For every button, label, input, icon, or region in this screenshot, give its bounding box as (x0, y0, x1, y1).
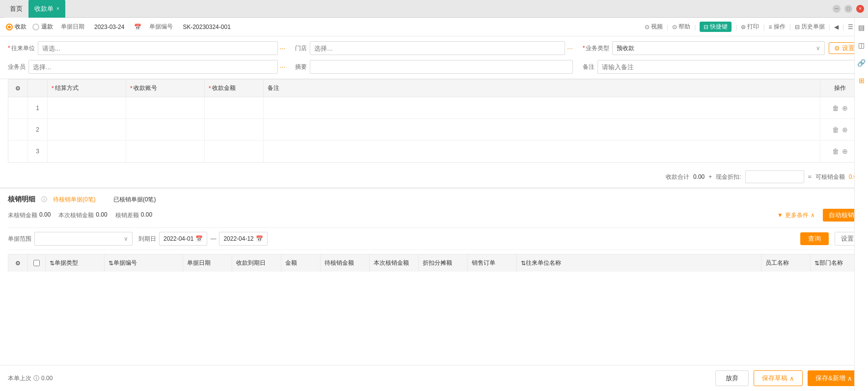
bottom-bar: 本单上次 ⓘ 0.00 放弃 保存草稿 ∧ 保存&新增 ∧ (0, 365, 868, 391)
history-btn[interactable]: ⊟ 历史单据 (795, 23, 825, 31)
td-op-1: 🗑 ⊕ (820, 97, 860, 118)
td-remark-3[interactable] (264, 140, 820, 162)
setup-label: 设置 (842, 44, 855, 53)
diff-stat: 核销差额 0.00 (115, 211, 152, 220)
total-value: 0.00 (693, 173, 705, 180)
tab-close-icon[interactable]: × (56, 0, 59, 18)
td-account-2[interactable] (126, 119, 205, 140)
table-row: 1 🗑 ⊕ (8, 97, 860, 119)
rec-th-staff: 员工名称 (761, 254, 811, 272)
help-btn[interactable]: ⊙ 帮助 (672, 23, 690, 31)
print-btn[interactable]: ⊜ 打印 (741, 23, 759, 31)
kuaijian-btn[interactable]: ⊟ 快捷键 (700, 22, 732, 32)
nav-list-icon[interactable]: ☰ (848, 24, 853, 30)
tab-bar: 首页 收款单 × ─ □ × (0, 0, 868, 18)
right-panel-icon-2[interactable]: ◫ (856, 39, 867, 51)
radio-tuikuan[interactable]: 退款 (32, 23, 53, 31)
minimize-button[interactable]: ─ (833, 5, 841, 13)
summary-input[interactable] (310, 60, 572, 74)
done-tab-btn[interactable]: 已核销单据(0笔) (113, 196, 156, 204)
tab-home[interactable]: 首页 (4, 0, 28, 18)
td-num-3: 3 (28, 140, 48, 162)
delete-icon-3[interactable]: 🗑 (832, 147, 839, 155)
due-date-start[interactable]: 2022-04-01 📅 (159, 232, 207, 246)
td-account-3[interactable] (126, 140, 205, 162)
right-panel-icon-4[interactable]: ⊞ (857, 75, 867, 86)
shop-more-btn[interactable]: ··· (567, 44, 573, 52)
plus-sign: + (708, 173, 712, 180)
remark-label: 备注 (583, 63, 595, 71)
copy-icon-3[interactable]: ⊕ (842, 147, 848, 155)
calendar-icon-start: 📅 (195, 235, 203, 242)
close-button[interactable]: × (856, 5, 864, 13)
nav-prev-icon[interactable]: ◀ (834, 24, 839, 30)
pending-tab-btn[interactable]: 待核销单据(0笔) (53, 196, 96, 204)
td-amount-1[interactable] (205, 97, 264, 118)
maximize-button[interactable]: □ (844, 5, 852, 13)
info-icon[interactable]: ⓘ (33, 374, 39, 383)
staff-input[interactable] (28, 60, 278, 74)
delete-icon-2[interactable]: 🗑 (832, 126, 839, 134)
copy-icon-2[interactable]: ⊕ (842, 126, 848, 134)
due-date-end[interactable]: 2022-04-12 📅 (219, 232, 267, 246)
staff-more-btn[interactable]: ··· (280, 63, 286, 71)
bottom-actions: 放弃 保存草稿 ∧ 保存&新增 ∧ (715, 370, 860, 386)
gear-icon: ⚙ (15, 85, 21, 92)
range-filter-field: 单据范围 ∨ (8, 232, 133, 246)
th-num (28, 80, 48, 97)
tab-active[interactable]: 收款单 × (28, 0, 65, 18)
date-value: 2023-03-24 (94, 24, 124, 30)
from-input[interactable] (38, 41, 278, 55)
save-draft-button[interactable]: 保存草稿 ∧ (754, 370, 803, 386)
right-panel-icon-1[interactable]: ▤ (856, 22, 867, 33)
td-num-1: 1 (28, 97, 48, 118)
td-jiesuan-2[interactable] (48, 119, 126, 140)
th-jiesuan: *结算方式 (48, 80, 126, 97)
biz-type-select[interactable]: 预收款 ∨ (612, 41, 825, 55)
rec-th-check[interactable] (28, 254, 46, 272)
from-label: 往来单位 (11, 44, 35, 53)
td-num-2: 2 (28, 119, 48, 140)
from-more-btn[interactable]: ··· (280, 44, 286, 52)
toolbar-actions: ⊙ 视频 | ⊙ 帮助 | ⊟ 快捷键 | ⊜ 打印 | ≡ 操作 | ⊟ 历史… (645, 22, 862, 32)
staff-field: 业务员 ··· (8, 60, 285, 74)
separator (102, 196, 108, 204)
biz-type-value: 预收款 (617, 44, 634, 53)
rec-th-gear[interactable]: ⚙ (8, 254, 28, 272)
discount-input[interactable] (745, 170, 804, 183)
td-amount-3[interactable] (205, 140, 264, 162)
radio-shoukuan[interactable]: 收款 (6, 23, 27, 31)
abandon-button[interactable]: 放弃 (715, 370, 749, 386)
video-btn[interactable]: ⊙ 视频 (645, 23, 663, 31)
td-remark-2[interactable] (264, 119, 820, 140)
more-conditions-btn[interactable]: ▼ 更多条件 ∧ (777, 211, 815, 220)
remark-input[interactable] (597, 60, 860, 74)
query-button[interactable]: 查询 (800, 232, 829, 245)
right-panel-icon-3[interactable]: 🔗 (855, 57, 868, 69)
td-spacer-2 (8, 119, 28, 140)
current-label: 本次核销金额 (58, 211, 94, 220)
copy-icon-1[interactable]: ⊕ (842, 104, 848, 112)
td-amount-2[interactable] (205, 119, 264, 140)
rec-th-type: ⇅单据类型 (46, 254, 105, 272)
discount-label: 现金折扣: (716, 173, 741, 181)
due-date-field: 到期日 2022-04-01 📅 — 2022-04-12 📅 (138, 232, 268, 246)
operate-btn[interactable]: ≡ 操作 (769, 23, 786, 31)
th-gear[interactable]: ⚙ (8, 80, 28, 97)
td-jiesuan-1[interactable] (48, 97, 126, 118)
td-account-1[interactable] (126, 97, 205, 118)
td-remark-1[interactable] (264, 97, 820, 118)
gear-icon: ⚙ (834, 45, 840, 52)
reconcile-info-icon[interactable]: ⓘ (41, 196, 47, 204)
range-select[interactable]: ∨ (34, 232, 133, 246)
tab-active-label: 收款单 (34, 0, 54, 18)
shop-input[interactable] (310, 41, 565, 55)
td-jiesuan-3[interactable] (48, 140, 126, 162)
calendar-icon[interactable]: 📅 (134, 24, 141, 30)
delete-icon-1[interactable]: 🗑 (832, 104, 839, 112)
date-start-value: 2022-04-01 (163, 235, 193, 242)
summary-row: 收款合计 0.00 + 现金折扣: = 可核销金额 0.00 (0, 167, 868, 187)
save-new-button[interactable]: 保存&新增 ∧ (808, 370, 860, 386)
save-new-arrow-icon: ∧ (847, 375, 852, 382)
rec-select-all-checkbox[interactable] (33, 260, 40, 266)
